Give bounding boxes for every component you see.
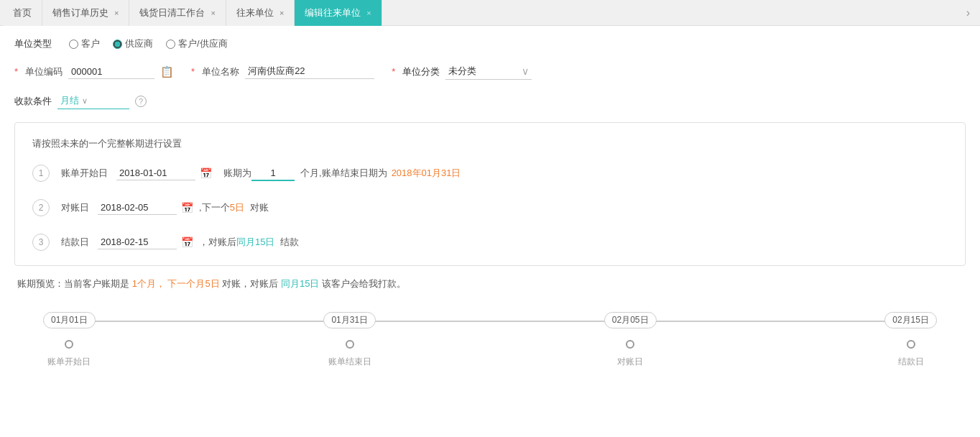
step-3-date-input[interactable]	[98, 235, 177, 249]
timeline-point-2: 01月31日 账单结束日	[323, 312, 376, 368]
settings-box: 请按照未来的一个完整帐期进行设置 1 账单开始日 📅 账期为 个月,账单结束日期…	[14, 122, 966, 266]
preview-part2: 下一个月5日	[167, 278, 219, 289]
radio-supplier-label: 供应商	[125, 37, 153, 50]
preview-prefix: 账期预览：当前客户账期是	[17, 278, 129, 289]
step-2-row: 2 对账日 📅 ,下一个 5日 对账	[32, 199, 948, 216]
timeline-point-4: 02月15日 结款日	[884, 312, 937, 368]
step-2-calendar-icon[interactable]: 📅	[181, 202, 193, 213]
unit-name-field: * 单位名称	[191, 65, 374, 79]
step-1-num: 1	[32, 165, 50, 182]
step-1-label: 账单开始日	[61, 167, 108, 180]
step-3-suffix-before: ，对账后	[199, 236, 236, 249]
help-icon[interactable]: ?	[135, 96, 147, 107]
payment-chevron-icon: ∨	[82, 96, 88, 106]
radio-both[interactable]: 客户/供应商	[166, 37, 229, 50]
step-3-num: 3	[32, 234, 50, 251]
payment-select[interactable]: 月结 ∨	[57, 93, 129, 109]
timeline-badge-4: 02月15日	[884, 312, 937, 328]
timeline-badge-2: 01月31日	[323, 312, 376, 328]
timeline-label-2: 账单结束日	[328, 356, 371, 368]
tab-cash-work-label: 钱货日清工作台	[139, 6, 205, 19]
step-2-num: 2	[32, 199, 50, 216]
timeline-point-3: 02月05日 对账日	[604, 312, 657, 368]
preview-middle: 对账，对账后	[222, 278, 278, 289]
timeline-label-3: 对账日	[617, 356, 643, 368]
step-1-period-unit: 个月,账单结束日期为	[300, 167, 387, 180]
tab-sales-history-label: 销售订单历史	[52, 6, 108, 19]
step-2-date-input[interactable]	[98, 201, 177, 215]
tab-home[interactable]: 首页	[3, 0, 42, 26]
unit-category-label: 单位分类	[402, 65, 440, 78]
step-2-highlight: 5日	[230, 201, 244, 214]
step-2-suffix-before: ,下一个	[199, 201, 230, 214]
timeline-dot-4	[907, 340, 915, 349]
timeline-label-1: 账单开始日	[47, 356, 91, 368]
unit-category-select[interactable]: 未分类 ∨	[445, 63, 532, 80]
unit-type-label: 单位类型	[14, 37, 52, 50]
radio-both-input[interactable]	[166, 40, 175, 49]
tab-more-button[interactable]: ›	[959, 6, 977, 19]
tab-cash-work-close[interactable]: ×	[211, 9, 215, 17]
payment-label: 收款条件	[14, 95, 52, 108]
preview-part1: 1个月，	[132, 278, 165, 289]
tab-sales-history-close[interactable]: ×	[114, 9, 119, 17]
timeline-dot-3	[626, 340, 634, 349]
unit-code-field: * 单位编码 📋	[14, 65, 174, 79]
tab-home-label: 首页	[13, 6, 32, 19]
step-3-label: 结款日	[61, 236, 89, 249]
unit-category-value: 未分类	[448, 65, 476, 78]
preview-text: 账期预览：当前客户账期是 1个月， 下一个月5日 对账，对账后 同月15日 该客…	[14, 277, 966, 290]
timeline-badge-3: 02月05日	[604, 312, 657, 328]
radio-customer-label: 客户	[81, 37, 100, 50]
tab-edit-partner[interactable]: 编辑往来单位 ×	[295, 0, 382, 26]
step-1-date-input[interactable]	[116, 166, 195, 180]
unit-category-field: * 单位分类 未分类 ∨	[392, 63, 532, 80]
tabs-bar: 首页 销售订单历史 × 钱货日清工作台 × 往来单位 × 编辑往来单位 × ›	[0, 0, 980, 26]
radio-customer-input[interactable]	[69, 40, 78, 49]
tab-partner-units[interactable]: 往来单位 ×	[226, 0, 295, 26]
radio-supplier-input[interactable]	[113, 40, 122, 49]
timeline-dot-1	[65, 340, 73, 349]
unit-info-row: * 单位编码 📋 * 单位名称 * 单位分类 未分类 ∨	[14, 63, 966, 80]
unit-type-row: 单位类型 客户 供应商 客户/供应商	[14, 37, 966, 50]
step-2-label: 对账日	[61, 201, 89, 214]
unit-name-required: *	[191, 66, 195, 77]
timeline-point-1: 01月01日 账单开始日	[43, 312, 96, 368]
radio-both-label: 客户/供应商	[178, 37, 228, 50]
tab-partner-units-close[interactable]: ×	[279, 9, 284, 17]
step-1-end-date: 2018年01月31日	[392, 167, 461, 180]
step-3-row: 3 结款日 📅 ，对账后 同月15日 结款	[32, 234, 948, 251]
tab-cash-work[interactable]: 钱货日清工作台 ×	[129, 0, 226, 26]
tab-edit-partner-close[interactable]: ×	[366, 9, 371, 17]
payment-row: 收款条件 月结 ∨ ?	[14, 93, 966, 109]
payment-value: 月结	[60, 94, 79, 107]
preview-part3: 同月15日	[281, 278, 319, 289]
unit-code-required: *	[14, 66, 18, 77]
step-2-suffix-after: 对账	[250, 201, 269, 214]
step-3-calendar-icon[interactable]: 📅	[181, 236, 193, 248]
tab-edit-partner-label: 编辑往来单位	[305, 6, 361, 19]
radio-customer[interactable]: 客户	[69, 37, 101, 50]
timeline: 01月01日 账单开始日 01月31日 账单结束日 02月05日 对账日 02月…	[14, 305, 966, 390]
chevron-down-icon: ∨	[522, 65, 529, 77]
timeline-dot-2	[346, 340, 354, 349]
tab-partner-units-label: 往来单位	[236, 6, 274, 19]
main-content: 单位类型 客户 供应商 客户/供应商 * 单位编码 📋 * 单位名称	[0, 26, 980, 437]
settings-title: 请按照未来的一个完整帐期进行设置	[32, 137, 948, 150]
tab-sales-history[interactable]: 销售订单历史 ×	[42, 0, 129, 26]
unit-name-label: 单位名称	[202, 65, 239, 78]
step-3-suffix-after: 结款	[280, 236, 299, 249]
step-3-highlight: 同月15日	[236, 236, 274, 249]
step-1-row: 1 账单开始日 📅 账期为 个月,账单结束日期为 2018年01月31日	[32, 165, 948, 182]
timeline-points: 01月01日 账单开始日 01月31日 账单结束日 02月05日 对账日 02月…	[43, 312, 937, 368]
timeline-label-4: 结款日	[898, 356, 924, 368]
unit-category-required: *	[392, 66, 395, 77]
unit-code-input[interactable]	[68, 65, 154, 79]
unit-name-input[interactable]	[245, 65, 374, 79]
unit-code-label: 单位编码	[25, 65, 63, 78]
radio-supplier[interactable]: 供应商	[113, 37, 154, 50]
step-1-calendar-icon[interactable]: 📅	[200, 167, 212, 179]
step-1-period-label: 账期为	[223, 167, 251, 180]
unit-code-icon[interactable]: 📋	[160, 65, 174, 78]
step-1-period-input[interactable]	[251, 166, 295, 181]
